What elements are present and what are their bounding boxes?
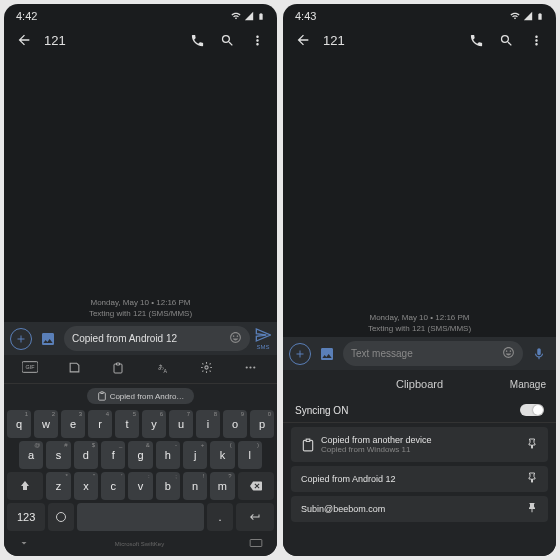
image-icon: [319, 346, 335, 362]
conversation-info: Texting with 121 (SMS/MMS): [368, 324, 471, 333]
clip-item-sub: Copied from Windows 11: [321, 445, 432, 454]
key-period[interactable]: .: [207, 503, 233, 531]
back-button[interactable]: [293, 30, 313, 50]
more-button[interactable]: [247, 30, 267, 50]
more-vert-icon: [250, 33, 265, 48]
key-shift[interactable]: [7, 472, 43, 500]
kb-sticker-button[interactable]: [64, 361, 84, 377]
kb-clipboard-button[interactable]: [108, 361, 128, 377]
gallery-button[interactable]: [37, 328, 59, 350]
clip-item-title: Copied from Android 12: [301, 474, 396, 484]
kb-resize[interactable]: [249, 538, 263, 549]
key-p[interactable]: p0: [250, 410, 274, 438]
search-button[interactable]: [217, 30, 237, 50]
svg-text:GIF: GIF: [26, 364, 36, 370]
key-u[interactable]: u7: [169, 410, 193, 438]
key-y[interactable]: y6: [142, 410, 166, 438]
app-bar: 121: [4, 24, 277, 56]
svg-point-4: [205, 366, 208, 369]
key-emoji[interactable]: [48, 503, 74, 531]
key-l[interactable]: l): [238, 441, 262, 469]
add-button[interactable]: [10, 328, 32, 350]
keyboard-small-icon: [249, 538, 263, 548]
call-button[interactable]: [187, 30, 207, 50]
message-timestamp: Monday, May 10 • 12:16 PM: [90, 298, 190, 307]
emoji-button[interactable]: [502, 346, 515, 361]
svg-point-7: [254, 366, 256, 368]
svg-rect-9: [250, 540, 262, 547]
kb-more-button[interactable]: [241, 361, 261, 377]
conversation-area: Monday, May 10 • 12:16 PM Texting with 1…: [283, 56, 556, 337]
key-numbers[interactable]: 123: [7, 503, 45, 531]
signal-icon: [523, 11, 533, 21]
signal-icon: [244, 11, 254, 21]
kb-gif-button[interactable]: GIF: [20, 361, 40, 377]
kb-collapse[interactable]: [18, 537, 30, 550]
kb-rows: q1w2e3r4t5y6u7i8o9p0 a@s#d$f_g&h-j+k(l) …: [4, 408, 277, 533]
kb-suggestion[interactable]: Copied from Andro…: [87, 388, 195, 404]
keyboard: GIF あA Copied from Andro… q1w2e3r4t5y6u7…: [4, 355, 277, 556]
key-a[interactable]: a@: [19, 441, 43, 469]
compose-input[interactable]: Copied from Android 12: [64, 326, 250, 351]
pin-button[interactable]: [526, 502, 538, 516]
sync-toggle[interactable]: [520, 404, 544, 416]
key-space[interactable]: [77, 503, 205, 531]
clipboard-header: Clipboard Manage: [283, 370, 556, 398]
key-backspace[interactable]: [238, 472, 274, 500]
key-m[interactable]: m?: [210, 472, 234, 500]
key-c[interactable]: c': [101, 472, 125, 500]
phone-right: 4:43 121 Monday, May 10 • 12:16 PM Texti…: [283, 4, 556, 556]
compose-row: Text message: [283, 337, 556, 370]
clipboard-manage-button[interactable]: Manage: [510, 379, 546, 390]
emoji-icon: [229, 331, 242, 344]
key-o[interactable]: o9: [223, 410, 247, 438]
kb-suggestion-bar: Copied from Andro…: [4, 384, 277, 408]
key-r[interactable]: r4: [88, 410, 112, 438]
phone-icon: [469, 33, 484, 48]
key-h[interactable]: h-: [156, 441, 180, 469]
gallery-button[interactable]: [316, 343, 338, 365]
phone-icon: [190, 33, 205, 48]
add-button[interactable]: [289, 343, 311, 365]
mic-icon: [532, 347, 546, 361]
backspace-icon: [249, 480, 263, 492]
key-g[interactable]: g&: [128, 441, 152, 469]
key-q[interactable]: q1: [7, 410, 31, 438]
clipboard-item[interactable]: Subin@beebom.com: [291, 496, 548, 522]
svg-point-8: [57, 513, 66, 522]
mic-button[interactable]: [528, 343, 550, 365]
call-button[interactable]: [466, 30, 486, 50]
key-b[interactable]: b;: [156, 472, 180, 500]
key-e[interactable]: e3: [61, 410, 85, 438]
clipboard-item[interactable]: Copied from Android 12: [291, 466, 548, 492]
back-button[interactable]: [14, 30, 34, 50]
settings-icon: [200, 361, 213, 374]
more-button[interactable]: [526, 30, 546, 50]
key-f[interactable]: f_: [101, 441, 125, 469]
send-button[interactable]: SMS: [255, 327, 271, 350]
key-n[interactable]: n!: [183, 472, 207, 500]
clipboard-item[interactable]: Copied from another deviceCopied from Wi…: [291, 427, 548, 462]
key-s[interactable]: s#: [46, 441, 70, 469]
key-x[interactable]: x": [74, 472, 98, 500]
key-v[interactable]: v:: [128, 472, 152, 500]
emoji-button[interactable]: [229, 331, 242, 346]
key-d[interactable]: d$: [74, 441, 98, 469]
key-t[interactable]: t5: [115, 410, 139, 438]
key-i[interactable]: i8: [196, 410, 220, 438]
plus-icon: [294, 348, 306, 360]
pin-button[interactable]: [526, 438, 538, 452]
battery-icon: [536, 11, 544, 22]
key-w[interactable]: w2: [34, 410, 58, 438]
pin-button[interactable]: [526, 472, 538, 486]
key-k[interactable]: k(: [210, 441, 234, 469]
key-enter[interactable]: [236, 503, 274, 531]
kb-translate-button[interactable]: あA: [153, 361, 173, 377]
key-j[interactable]: j+: [183, 441, 207, 469]
compose-input[interactable]: Text message: [343, 341, 523, 366]
key-z[interactable]: z*: [46, 472, 70, 500]
arrow-back-icon: [16, 32, 32, 48]
search-button[interactable]: [496, 30, 516, 50]
kb-settings-button[interactable]: [197, 361, 217, 377]
image-icon: [40, 331, 56, 347]
